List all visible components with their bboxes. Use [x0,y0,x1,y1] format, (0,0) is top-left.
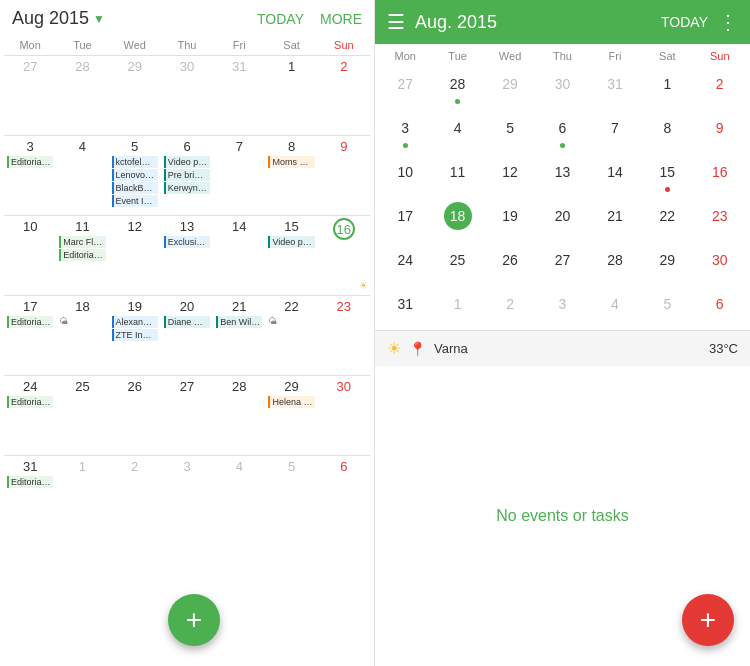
left-day-31[interactable]: 31 Editorial m. [4,456,56,535]
right-day-8[interactable]: 8 [641,110,693,152]
left-day-27[interactable]: 27 [161,376,213,455]
left-day-8[interactable]: 8 Moms birt... [265,136,317,215]
right-more-icon[interactable]: ⋮ [718,10,738,34]
event-invite: Event Invit... [112,195,158,207]
hamburger-icon[interactable]: ☰ [387,10,405,34]
left-day-6[interactable]: 6 Video picks for the mon... Pre briefin… [161,136,213,215]
left-day-4-other[interactable]: 4 [213,456,265,535]
right-day-29b[interactable]: 29 [641,242,693,284]
right-day-15[interactable]: 15 [641,154,693,196]
right-day-18-today[interactable]: 18 [431,198,483,240]
left-day-22[interactable]: 22 🌤 [265,296,317,375]
left-day-10[interactable]: 10 [4,216,56,295]
right-day-22[interactable]: 22 [641,198,693,240]
left-day-30-other[interactable]: 30 [161,56,213,135]
right-day-1-other[interactable]: 1 [431,286,483,328]
left-day-11[interactable]: 11 Marc Flore... Editorial m. [56,216,108,295]
left-day-15[interactable]: 15 Video pick... [265,216,317,295]
event-video-pick-15: Video pick... [268,236,314,248]
left-day-1[interactable]: 1 [265,56,317,135]
left-fab-button[interactable]: + [168,594,220,646]
left-day-25[interactable]: 25 [56,376,108,455]
left-day-29-other[interactable]: 29 [109,56,161,135]
right-dow-sat: Sat [641,48,693,64]
dropdown-arrow-icon[interactable]: ▼ [93,12,105,26]
right-day-21[interactable]: 21 [589,198,641,240]
right-day-17[interactable]: 17 [379,198,431,240]
left-day-21[interactable]: 21 Ben Willia... [213,296,265,375]
weather-icon-16: ☀ [359,280,368,291]
left-day-6-other[interactable]: 6 [318,456,370,535]
right-day-30[interactable]: 30 [536,66,588,108]
left-day-16[interactable]: 16 ☀ [318,216,370,295]
right-day-3[interactable]: 3 [379,110,431,152]
right-day-3-other[interactable]: 3 [536,286,588,328]
right-day-24[interactable]: 24 [379,242,431,284]
left-day-19[interactable]: 19 Alexander... ZTE Invite... [109,296,161,375]
left-day-29[interactable]: 29 Helena St... [265,376,317,455]
left-day-24[interactable]: 24 Editorial m. [4,376,56,455]
left-day-2-other[interactable]: 2 [109,456,161,535]
left-day-17[interactable]: 17 Editorial m. [4,296,56,375]
left-day-2[interactable]: 2 [318,56,370,135]
right-day-27b[interactable]: 27 [536,242,588,284]
right-day-5-other[interactable]: 5 [641,286,693,328]
right-day-2[interactable]: 2 [694,66,746,108]
left-day-20[interactable]: 20 Diane Mor... [161,296,213,375]
left-day-1-other[interactable]: 1 [56,456,108,535]
left-day-4[interactable]: 4 [56,136,108,215]
right-day-20[interactable]: 20 [536,198,588,240]
right-day-6-other[interactable]: 6 [694,286,746,328]
right-day-13[interactable]: 13 [536,154,588,196]
right-day-30b[interactable]: 30 [694,242,746,284]
left-day-18[interactable]: 18 🌤 [56,296,108,375]
left-day-14[interactable]: 14 [213,216,265,295]
left-day-28[interactable]: 28 [213,376,265,455]
right-day-25[interactable]: 25 [431,242,483,284]
event-exclusive: Exclusive I... [164,236,210,248]
right-day-31[interactable]: 31 [589,66,641,108]
right-day-1[interactable]: 1 [641,66,693,108]
left-day-13[interactable]: 13 Exclusive I... [161,216,213,295]
right-day-4-other[interactable]: 4 [589,286,641,328]
right-day-12[interactable]: 12 [484,154,536,196]
left-day-3-other[interactable]: 3 [161,456,213,535]
left-day-5[interactable]: 5 kctofel@g... Lenovo NY... BlackBerry..… [109,136,161,215]
left-day-27-other[interactable]: 27 [4,56,56,135]
left-today-button[interactable]: TODAY [257,11,304,27]
right-fab-button[interactable]: + [682,594,734,646]
right-day-2-other[interactable]: 2 [484,286,536,328]
right-day-11[interactable]: 11 [431,154,483,196]
left-day-30[interactable]: 30 [318,376,370,455]
right-day-27[interactable]: 27 [379,66,431,108]
left-week-5: 24 Editorial m. 25 26 27 28 29 Helena St [4,375,370,455]
right-day-16[interactable]: 16 [694,154,746,196]
right-day-28b[interactable]: 28 [589,242,641,284]
right-day-5[interactable]: 5 [484,110,536,152]
left-day-12[interactable]: 12 [109,216,161,295]
right-dow-sun: Sun [694,48,746,64]
right-day-31b[interactable]: 31 [379,286,431,328]
right-day-19[interactable]: 19 [484,198,536,240]
right-day-7[interactable]: 7 [589,110,641,152]
left-day-28-other[interactable]: 28 [56,56,108,135]
left-day-31-other[interactable]: 31 [213,56,265,135]
right-day-4[interactable]: 4 [431,110,483,152]
right-day-9[interactable]: 9 [694,110,746,152]
left-day-23[interactable]: 23 [318,296,370,375]
right-day-14[interactable]: 14 [589,154,641,196]
left-day-26[interactable]: 26 [109,376,161,455]
right-today-button[interactable]: TODAY [661,14,708,30]
right-day-10[interactable]: 10 [379,154,431,196]
right-day-28[interactable]: 28 [431,66,483,108]
left-day-5-other[interactable]: 5 [265,456,317,535]
right-day-23[interactable]: 23 [694,198,746,240]
left-day-7[interactable]: 7 [213,136,265,215]
right-day-6[interactable]: 6 [536,110,588,152]
event-kctofel: kctofel@g... [112,156,158,168]
left-day-9[interactable]: 9 [318,136,370,215]
right-day-26[interactable]: 26 [484,242,536,284]
left-more-button[interactable]: MORE [320,11,362,27]
right-day-29[interactable]: 29 [484,66,536,108]
left-day-3[interactable]: 3 Editorial m. [4,136,56,215]
